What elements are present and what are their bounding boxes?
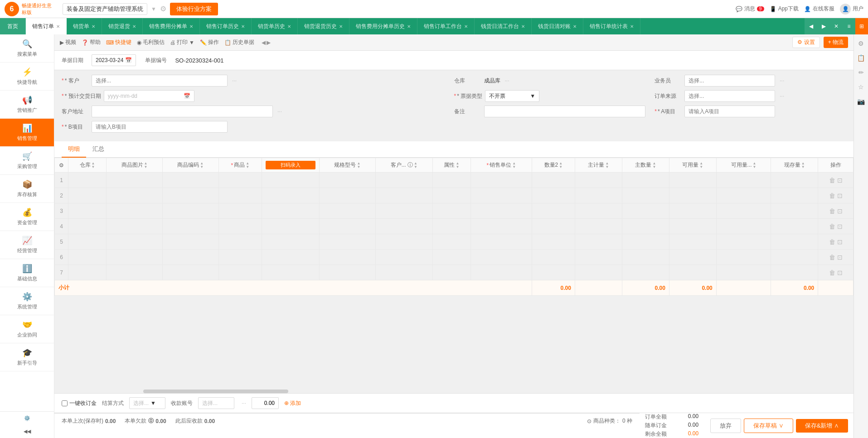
staff-dots-btn[interactable]: ··· xyxy=(780,77,784,84)
system-dropdown-icon[interactable]: ▼ xyxy=(151,6,156,12)
sidebar-collapse-btn[interactable]: ◀◀ xyxy=(0,425,54,438)
account-dots-btn[interactable]: ··· xyxy=(242,400,246,406)
sidebar-item-finance[interactable]: 💰 资金管理 xyxy=(0,203,54,231)
tab-grid-btn[interactable]: ⊞ xyxy=(855,18,868,34)
online-service-item[interactable]: 👤 在线客服 xyxy=(804,5,834,13)
tab-sales-return[interactable]: 销货退货 ✕ xyxy=(102,18,143,34)
date-input[interactable]: 2023-03-24 📅 xyxy=(92,54,136,66)
col-code[interactable]: 商品编码▲▼ xyxy=(162,158,218,173)
tab-close-icon[interactable]: ✕ xyxy=(464,24,468,29)
tab-close-icon[interactable]: ✕ xyxy=(521,24,525,29)
tab-workbench[interactable]: 销售订单工作台 ✕ xyxy=(417,18,475,34)
tab-prev-btn[interactable]: ◀ xyxy=(805,18,817,34)
delete-row-icon[interactable]: 🗑 xyxy=(829,192,835,199)
address-dots-btn[interactable]: ··· xyxy=(277,108,282,115)
col-available[interactable]: 可用量▲▼ xyxy=(669,158,716,173)
customer-input[interactable] xyxy=(92,75,228,87)
tab-daily-clear[interactable]: 钱货日清工作台 ✕ xyxy=(475,18,532,34)
save-draft-btn[interactable]: 保存草稿 ∨ xyxy=(744,419,793,433)
tab-close-icon[interactable]: ✕ xyxy=(92,24,95,29)
tab-close-all-btn[interactable]: ✕ xyxy=(830,18,843,34)
col-warehouse[interactable]: 仓库▲▼ xyxy=(68,158,107,173)
staff-input[interactable] xyxy=(684,75,775,87)
tab-next-btn[interactable]: ▶ xyxy=(817,18,830,34)
delete-row-icon[interactable]: 🗑 xyxy=(829,238,835,245)
sidebar-item-guide[interactable]: 🎓 新手引导 xyxy=(0,343,54,371)
right-panel-settings-icon[interactable]: ⚙ xyxy=(855,37,868,50)
tab-goods-history[interactable]: 销货单历史 ✕ xyxy=(252,18,298,34)
toolbar-next-icon[interactable]: ▶ xyxy=(267,39,271,46)
delivery-date-input[interactable]: yyyy-mm-dd 📅 xyxy=(104,90,194,102)
tab-sales-goods[interactable]: 销货单 ✕ xyxy=(67,18,102,34)
horizontal-scrollbar[interactable] xyxy=(54,390,853,393)
b-project-input[interactable] xyxy=(92,121,228,133)
toolbar-print[interactable]: 🖨 打印 ▼ xyxy=(170,39,194,46)
right-panel-camera-icon[interactable]: 📷 xyxy=(855,95,868,108)
delete-row-icon[interactable]: 🗑 xyxy=(829,254,835,261)
sidebar-item-sales[interactable]: 📊 销售管理 xyxy=(0,119,54,147)
col-settings[interactable]: ⚙ xyxy=(55,158,68,173)
toolbar-help[interactable]: ❓ 帮助 xyxy=(82,39,101,46)
system-settings-icon[interactable]: ⚙ xyxy=(160,5,166,13)
delete-row-icon[interactable]: 🗑 xyxy=(829,177,835,184)
tab-sales-fee[interactable]: 销售费用分摊单 ✕ xyxy=(143,18,200,34)
toolbar-video[interactable]: ▶ 视频 xyxy=(60,39,76,46)
copy-row-icon[interactable]: ⊡ xyxy=(837,269,843,276)
col-stock[interactable]: 现存量▲▼ xyxy=(771,158,818,173)
a-project-input[interactable] xyxy=(684,106,775,117)
tab-detail[interactable]: 明细 xyxy=(62,141,86,158)
right-panel-star-icon[interactable]: ☆ xyxy=(855,81,868,93)
one-click-checkbox[interactable]: 一键收订金 xyxy=(62,399,97,407)
toolbar-operation[interactable]: ✏️ 操作 xyxy=(200,39,219,46)
toolbar-history[interactable]: 📋 历史单据 xyxy=(224,39,254,46)
add-btn[interactable]: ⊕ 添加 xyxy=(284,399,301,407)
address-input[interactable] xyxy=(92,106,273,117)
discard-btn[interactable]: 放弃 xyxy=(710,419,741,433)
sidebar-item-inventory[interactable]: 📦 库存核算 xyxy=(0,175,54,203)
toolbar-prev-icon[interactable]: ◀ xyxy=(262,39,266,46)
tab-close-icon[interactable]: ✕ xyxy=(189,24,193,29)
save-new-btn[interactable]: 保存&新增 ∧ xyxy=(796,419,848,433)
app-download-item[interactable]: 📱 App下载 xyxy=(770,5,799,13)
sidebar-item-basic[interactable]: ℹ️ 基础信息 xyxy=(0,259,54,287)
sidebar-item-cooperation[interactable]: 🤝 企业协同 xyxy=(0,315,54,343)
tab-close-icon[interactable]: ✕ xyxy=(339,24,343,29)
tab-close-icon[interactable]: ✕ xyxy=(573,24,577,29)
industry-btn[interactable]: 体验行业方案 xyxy=(170,3,218,15)
delete-row-icon[interactable]: 🗑 xyxy=(829,223,835,230)
col-attr[interactable]: 属性▲▼ xyxy=(432,158,470,173)
copy-row-icon[interactable]: ⊡ xyxy=(837,207,843,215)
copy-row-icon[interactable]: ⊡ xyxy=(837,223,843,230)
tab-summary[interactable]: 汇总 xyxy=(86,141,111,158)
col-main-unit[interactable]: 主计量▲▼ xyxy=(575,158,622,173)
warehouse-dots-btn[interactable]: ··· xyxy=(505,77,509,84)
tab-order-history[interactable]: 销售订单历史 ✕ xyxy=(200,18,252,34)
sidebar-item-search[interactable]: 🔍 搜索菜单 xyxy=(0,34,54,63)
one-click-input[interactable] xyxy=(62,400,68,406)
tab-close-icon[interactable]: ✕ xyxy=(287,24,291,29)
tab-reconcile[interactable]: 钱货日清对账 ✕ xyxy=(532,18,583,34)
col-image[interactable]: 商品图片▲▼ xyxy=(107,158,163,173)
add-logistics-btn[interactable]: + 物流 xyxy=(824,37,848,48)
payment-method-select[interactable]: 选择... ▼ xyxy=(129,397,165,409)
user-item[interactable]: 👤 用户 xyxy=(840,4,863,14)
settings-btn[interactable]: ⚙ 设置 xyxy=(792,37,820,48)
copy-row-icon[interactable]: ⊡ xyxy=(837,177,843,184)
amount-input[interactable] xyxy=(252,397,279,409)
col-spec[interactable]: 规格型号▲▼ xyxy=(320,158,376,173)
order-source-dots-btn[interactable]: ··· xyxy=(780,93,784,99)
remarks-input[interactable] xyxy=(484,106,646,117)
col-main-qty[interactable]: 主数量▲▼ xyxy=(622,158,669,173)
order-source-input[interactable] xyxy=(684,90,775,102)
sidebar-item-marketing[interactable]: 📢 营销推广 xyxy=(0,91,54,119)
sidebar-item-purchase[interactable]: 🛒 采购管理 xyxy=(0,147,54,175)
delete-row-icon[interactable]: 🗑 xyxy=(829,269,835,276)
copy-row-icon[interactable]: ⊡ xyxy=(837,192,843,199)
tab-close-icon[interactable]: ✕ xyxy=(407,24,411,29)
col-product[interactable]: *商品▲▼ xyxy=(218,158,262,173)
delete-row-icon[interactable]: 🗑 xyxy=(829,207,835,215)
customer-dots-btn[interactable]: ··· xyxy=(232,77,237,84)
tab-close-icon[interactable]: ✕ xyxy=(630,24,634,29)
col-available2[interactable]: 可用量...▲▼ xyxy=(716,158,771,173)
tab-sales-order[interactable]: 销售订单 ✕ xyxy=(26,18,67,34)
